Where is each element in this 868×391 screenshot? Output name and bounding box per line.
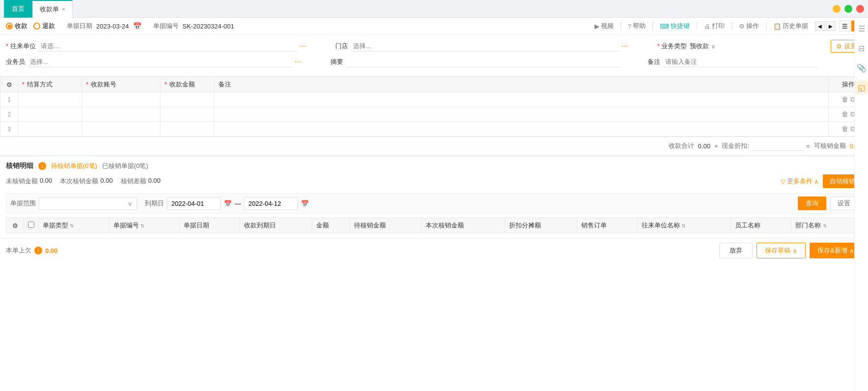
list-view-button[interactable]: ☰ <box>840 21 850 31</box>
table-header-row: ⚙ * 结算方式 * 收款账号 * 收款金额 备注 <box>0 77 868 92</box>
tab-close-icon[interactable]: × <box>62 6 65 13</box>
date-from-input[interactable] <box>167 197 221 210</box>
filter-settings-button[interactable]: 设置 <box>830 196 858 210</box>
shop-input[interactable] <box>351 41 619 52</box>
row-delete-btn-3[interactable]: 🗑 <box>841 125 848 133</box>
diff-stat: 核销差额 0.00 <box>121 177 161 186</box>
row-remark-1[interactable] <box>215 92 829 107</box>
verify-info-icon[interactable]: i <box>38 162 46 170</box>
net-label: 可核销金额 <box>814 141 846 150</box>
radio-receipt[interactable]: 收款 <box>6 22 27 30</box>
bottom-col-staff-label: 员工名称 <box>735 222 760 229</box>
row-amount-2[interactable] <box>161 107 215 122</box>
row-acct-2[interactable] <box>82 107 161 122</box>
query-button[interactable]: 查询 <box>798 196 826 210</box>
partner-more-button[interactable]: ··· <box>298 42 308 51</box>
done-label: 已核销单据(0笔) <box>102 162 148 169</box>
print-button[interactable]: 🖨 打印 <box>701 21 728 31</box>
row-remark-3[interactable] <box>215 122 829 137</box>
doc-no-value: SK-20230324-001 <box>183 23 235 30</box>
doc-no-label: 单据编号 <box>153 22 179 30</box>
radio-refund-dot <box>33 23 40 29</box>
date-from-calendar-icon[interactable]: 📅 <box>224 200 232 207</box>
shortcut-button[interactable]: ⌨ 快捷键 <box>657 21 693 31</box>
biz-type-arrow[interactable]: ∨ <box>711 43 716 50</box>
row-delete-btn-1[interactable]: 🗑 <box>841 95 848 104</box>
row-amount-1[interactable] <box>161 92 215 107</box>
sidebar-icon-2[interactable]: ⊟ <box>855 41 868 55</box>
radio-refund[interactable]: 退款 <box>33 22 55 30</box>
shortcut-icon: ⌨ <box>660 23 669 30</box>
nav-next-button[interactable]: ▶ <box>826 21 836 31</box>
shortcut-label: 快捷键 <box>671 22 690 30</box>
row-jiesuan-3[interactable] <box>18 122 82 137</box>
help-icon: ? <box>628 23 631 30</box>
partner-input[interactable] <box>39 41 298 52</box>
history-button[interactable]: 📋 历史单据 <box>770 21 811 31</box>
bottom-col-partner-label: 往来单位名称 <box>642 222 680 229</box>
minimize-button[interactable] <box>833 5 841 13</box>
more-conditions-button[interactable]: ▽ 更多条件 ∧ <box>781 177 819 186</box>
verify-toolbar: ▽ 更多条件 ∧ 自动核销 <box>781 174 862 188</box>
row-jiesuan-1[interactable] <box>18 92 82 107</box>
carry-info-icon[interactable]: i <box>34 247 42 254</box>
sidebar-icon-4[interactable]: ◱ <box>855 81 868 94</box>
no-sort-icon[interactable]: ⇅ <box>140 223 144 228</box>
row-amount-3[interactable] <box>161 122 215 137</box>
carry-label: 本单上欠 <box>6 246 31 255</box>
close-button[interactable] <box>856 5 864 13</box>
type-sort-icon[interactable]: ⇅ <box>70 223 74 228</box>
right-sidebar: ☰ ⊟ 📎 ◱ <box>854 18 868 391</box>
bottom-col-settings[interactable]: ⚙ <box>6 218 24 233</box>
row-acct-1[interactable] <box>82 92 161 107</box>
form-row-2: 业务员 ··· 摘要 备注 <box>6 56 862 67</box>
carry-value: 0.00 <box>45 247 57 254</box>
col-settings-header[interactable]: ⚙ <box>0 77 18 92</box>
bottom-col-type-header: 单据类型 ⇅ <box>39 218 109 233</box>
total-value: 0.00 <box>698 142 710 150</box>
main-area: 收款 退款 单据日期 2023-03-24 📅 单据编号 SK-20230324… <box>0 18 868 391</box>
bottom-settings-icon: ⚙ <box>12 222 18 229</box>
tab-receipt[interactable]: 收款单 × <box>32 0 73 18</box>
abandon-button[interactable]: 放弃 <box>719 243 753 258</box>
done-tab-link[interactable]: 已核销单据(0笔) <box>102 162 148 170</box>
shop-more-button[interactable]: ··· <box>619 42 629 51</box>
help-button[interactable]: ? 帮助 <box>625 21 649 31</box>
range-select[interactable]: ∨ <box>39 197 137 210</box>
row-jiesuan-2[interactable] <box>18 107 82 122</box>
remark-input[interactable] <box>663 56 818 67</box>
sidebar-icon-1[interactable]: ☰ <box>855 22 868 35</box>
bottom-col-no-label: 单据编号 <box>113 222 139 229</box>
row-acct-3[interactable] <box>82 122 161 137</box>
staff-more-button[interactable]: ··· <box>293 57 303 66</box>
pending-tab-link[interactable]: 待核销单据(0笔) <box>51 162 97 170</box>
video-button[interactable]: ▶ 视频 <box>592 21 617 31</box>
tab-home[interactable]: 首页 <box>4 0 32 18</box>
discount-input[interactable] <box>753 141 802 151</box>
col-amount-label: 收款金额 <box>169 81 195 88</box>
staff-input[interactable] <box>28 56 293 67</box>
print-icon: 🖨 <box>704 23 710 30</box>
maximize-button[interactable] <box>844 5 852 13</box>
pending-label: 待核销单据(0笔) <box>51 162 97 169</box>
select-all-checkbox[interactable] <box>28 222 34 228</box>
sidebar-icon-3[interactable]: 📎 <box>855 61 868 75</box>
col-jiesuan-label: 结算方式 <box>27 81 53 88</box>
row-remark-2[interactable] <box>215 107 829 122</box>
dept-sort-icon[interactable]: ⇅ <box>823 223 827 228</box>
partner-label: 往来单位 <box>6 42 36 51</box>
row-delete-btn-2[interactable]: 🗑 <box>841 110 848 118</box>
ops-button[interactable]: ⚙ 操作 <box>736 21 762 31</box>
save-draft-button[interactable]: 保存草稿 ∧ <box>757 243 806 258</box>
calendar-icon[interactable]: 📅 <box>133 22 141 30</box>
tab-bar: 首页 收款单 × <box>0 0 868 18</box>
date-to-input[interactable] <box>244 197 298 210</box>
summary-input[interactable] <box>346 56 620 67</box>
date-to-calendar-icon[interactable]: 📅 <box>301 200 309 207</box>
divider-2 <box>652 22 653 30</box>
bottom-col-checkbox[interactable] <box>24 218 39 233</box>
nav-prev-button[interactable]: ◀ <box>815 21 825 31</box>
shop-label: 门店 <box>335 42 348 51</box>
partner-sort-icon[interactable]: ⇅ <box>681 223 685 228</box>
equals-sign: = <box>806 142 810 150</box>
